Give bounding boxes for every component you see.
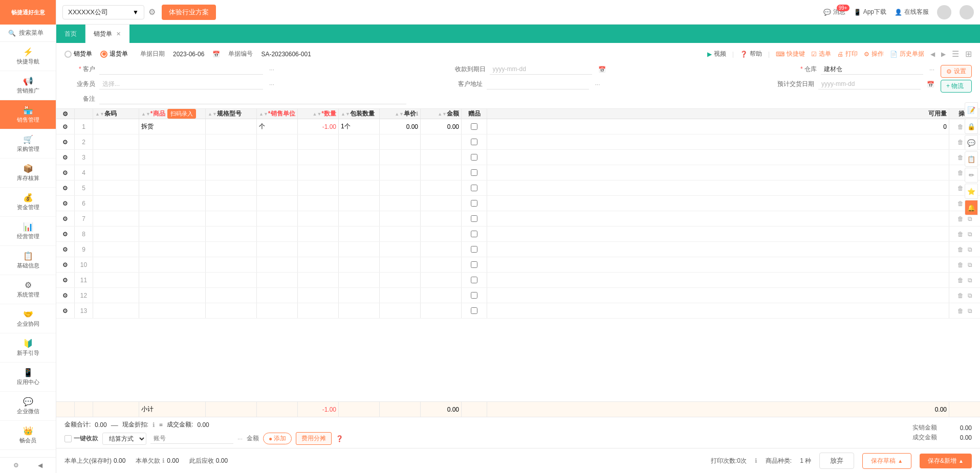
view-list-icon[interactable]: ☰ <box>952 49 959 59</box>
warehouse-dots[interactable]: ··· <box>929 66 934 73</box>
row7-settings[interactable]: ⚙ <box>56 211 75 226</box>
row10-product[interactable] <box>139 257 206 272</box>
row2-delete-icon[interactable]: 🗑 <box>957 139 964 146</box>
row7-price[interactable] <box>380 211 421 226</box>
discount-info-icon[interactable]: ℹ <box>153 421 155 429</box>
remarks-input[interactable] <box>99 94 406 104</box>
row10-gift[interactable] <box>462 257 487 272</box>
row11-delete-icon[interactable]: 🗑 <box>957 277 964 284</box>
row3-pkg[interactable] <box>339 150 380 165</box>
sidebar-item-finance[interactable]: 💰 资金管理 <box>0 188 56 217</box>
row1-price[interactable]: 0.00 <box>380 119 421 134</box>
row1-barcode[interactable] <box>93 119 139 134</box>
row11-product[interactable] <box>139 273 206 287</box>
sidebar-item-basic[interactable]: 📋 基础信息 <box>0 246 56 275</box>
row6-delete-icon[interactable]: 🗑 <box>957 200 964 207</box>
row9-settings[interactable]: ⚙ <box>56 242 75 257</box>
row12-delete-icon[interactable]: 🗑 <box>957 292 964 299</box>
row9-unit[interactable] <box>257 242 298 257</box>
row13-spec[interactable] <box>206 303 257 318</box>
tab-sales-order[interactable]: 销货单 ✕ <box>85 25 129 43</box>
row6-unit[interactable] <box>257 196 298 211</box>
row8-copy-icon[interactable]: ⧉ <box>968 231 972 238</box>
row5-qty[interactable] <box>298 181 339 195</box>
calendar-icon[interactable]: 📅 <box>212 51 220 58</box>
row4-gift[interactable] <box>462 165 487 180</box>
row11-amount[interactable] <box>421 273 462 287</box>
sidebar-settings-icon[interactable]: ⚙ <box>13 462 19 469</box>
nav-prev-icon[interactable]: ◀ <box>930 51 935 58</box>
row6-settings[interactable]: ⚙ <box>56 196 75 211</box>
row12-gift-checkbox[interactable] <box>471 292 477 299</box>
row1-amount[interactable]: 0.00 <box>421 119 462 134</box>
tab-home[interactable]: 首页 <box>56 25 85 43</box>
row9-gift-checkbox[interactable] <box>471 246 477 253</box>
row10-gift-checkbox[interactable] <box>471 261 477 268</box>
minus-icon[interactable]: — <box>111 421 118 429</box>
sidebar-item-sales[interactable]: 🏪 销售管理 <box>0 100 56 129</box>
row3-gift-checkbox[interactable] <box>471 154 477 161</box>
row13-amount[interactable] <box>421 303 462 318</box>
row9-barcode[interactable] <box>93 242 139 257</box>
row8-barcode[interactable] <box>93 227 139 241</box>
fee-help-icon[interactable]: ❓ <box>336 435 343 442</box>
nav-next-icon[interactable]: ▶ <box>941 51 946 58</box>
row8-product[interactable] <box>139 227 206 241</box>
payment-date-calendar-icon[interactable]: 📅 <box>598 66 606 73</box>
row6-gift[interactable] <box>462 196 487 211</box>
row6-barcode[interactable] <box>93 196 139 211</box>
row10-price[interactable] <box>380 257 421 272</box>
row10-settings[interactable]: ⚙ <box>56 257 75 272</box>
experience-button[interactable]: 体验行业方案 <box>162 5 216 20</box>
row6-qty[interactable] <box>298 196 339 211</box>
row12-product[interactable] <box>139 288 206 303</box>
row4-amount[interactable] <box>421 165 462 180</box>
row7-spec[interactable] <box>206 211 257 226</box>
row6-spec[interactable] <box>206 196 257 211</box>
row13-barcode[interactable] <box>93 303 139 318</box>
price-info-icon[interactable]: ℹ <box>416 111 418 117</box>
row13-unit[interactable] <box>257 303 298 318</box>
logistics-button[interactable]: + 物流 <box>941 80 972 93</box>
tab-close-icon[interactable]: ✕ <box>116 31 121 37</box>
row8-unit[interactable] <box>257 227 298 241</box>
row4-qty[interactable] <box>298 165 339 180</box>
row2-spec[interactable] <box>206 134 257 149</box>
row6-amount[interactable] <box>421 196 462 211</box>
row12-qty[interactable] <box>298 288 339 303</box>
row5-gift[interactable] <box>462 181 487 195</box>
float-btn-5[interactable]: ✏ <box>965 168 978 183</box>
row3-gift[interactable] <box>462 150 487 165</box>
app-download-button[interactable]: 📱 App下载 <box>854 8 886 16</box>
row9-price[interactable] <box>380 242 421 257</box>
row7-qty[interactable] <box>298 211 339 226</box>
row8-price[interactable] <box>380 227 421 241</box>
video-btn[interactable]: ▶ 视频 <box>707 50 726 58</box>
row5-amount[interactable] <box>421 181 462 195</box>
row1-pkg[interactable]: 1个 <box>339 119 380 134</box>
row9-pkg[interactable] <box>339 242 380 257</box>
row3-spec[interactable] <box>206 150 257 165</box>
row13-gift[interactable] <box>462 303 487 318</box>
row7-gift-checkbox[interactable] <box>471 215 477 222</box>
row4-spec[interactable] <box>206 165 257 180</box>
row12-gift[interactable] <box>462 288 487 303</box>
shortcut-btn[interactable]: ⌨ 快捷键 <box>776 50 805 58</box>
radio-sales-order[interactable]: 销货单 <box>64 50 92 58</box>
row2-gift[interactable] <box>462 134 487 149</box>
row8-qty[interactable] <box>298 227 339 241</box>
row5-spec[interactable] <box>206 181 257 195</box>
customer-dots[interactable]: ··· <box>269 66 274 73</box>
row8-gift[interactable] <box>462 227 487 241</box>
row4-gift-checkbox[interactable] <box>471 169 477 176</box>
row10-amount[interactable] <box>421 257 462 272</box>
row12-unit[interactable] <box>257 288 298 303</box>
row10-spec[interactable] <box>206 257 257 272</box>
online-service-button[interactable]: 👤 在线客服 <box>895 8 929 16</box>
float-btn-3[interactable]: 💬 <box>965 135 978 150</box>
row7-product[interactable] <box>139 211 206 226</box>
company-selector[interactable]: XXXXXX公司 ▼ <box>62 5 144 19</box>
row1-settings[interactable]: ⚙ <box>56 119 75 134</box>
row10-pkg[interactable] <box>339 257 380 272</box>
row5-settings[interactable]: ⚙ <box>56 181 75 195</box>
